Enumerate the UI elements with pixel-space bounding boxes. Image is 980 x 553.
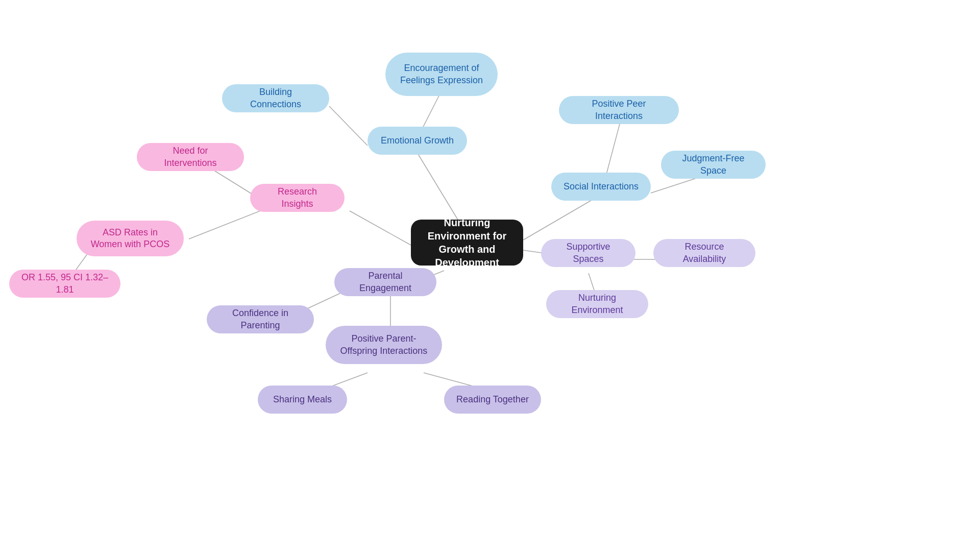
or-value-node: OR 1.55, 95 CI 1.32–1.81	[9, 270, 120, 298]
positive-parent-node: Positive Parent-Offspring Interactions	[326, 326, 442, 364]
nurturing-environment-node: Nurturing Environment	[546, 290, 648, 318]
svg-line-6	[350, 211, 411, 245]
judgment-free-node: Judgment-Free Space	[661, 151, 766, 179]
social-interactions-node: Social Interactions	[551, 173, 651, 201]
confidence-parenting-node: Confidence in Parenting	[207, 305, 314, 333]
asd-rates-node: ASD Rates in Women with PCOS	[77, 221, 184, 256]
encouragement-node: Encouragement of Feelings Expression	[385, 53, 498, 96]
resource-availability-node: Resource Availability	[653, 239, 755, 267]
research-insights-node: Research Insights	[250, 184, 345, 212]
building-connections-node: Building Connections	[222, 84, 329, 112]
positive-peer-node: Positive Peer Interactions	[559, 96, 679, 124]
svg-line-2	[329, 106, 368, 146]
parental-engagement-node: Parental Engagement	[334, 268, 436, 296]
center-node: Nurturing Environment for Growth and Dev…	[411, 220, 523, 266]
svg-line-8	[189, 211, 260, 239]
supportive-spaces-node: Supportive Spaces	[541, 239, 635, 267]
sharing-meals-node: Sharing Meals	[258, 386, 347, 414]
emotional-growth-node: Emotional Growth	[368, 127, 467, 155]
need-interventions-node: Need for Interventions	[137, 143, 244, 171]
reading-together-node: Reading Together	[444, 386, 541, 414]
